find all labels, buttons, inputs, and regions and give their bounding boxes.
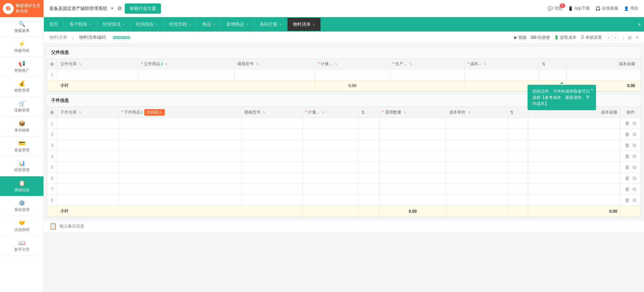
user-item[interactable]: 👤 用友 [624,5,639,11]
parent-row-1-cost[interactable] [465,69,539,80]
tab-profit[interactable]: 利润报告 × [131,18,164,31]
close-bom-tab-icon[interactable]: × [313,23,315,26]
child-row-3-warehouse[interactable] [58,140,119,151]
copy-row-4-icon[interactable]: ⧉ [633,153,636,159]
child-row-2-spec[interactable] [241,129,302,140]
sidebar-item-guide[interactable]: 📖 新手引导 [0,236,44,256]
gear-icon[interactable]: ⚙ [117,5,122,12]
child-row-1-spec[interactable] [241,118,302,129]
child-row-7-cost-amount[interactable] [528,184,620,195]
child-row-6-spec[interactable] [241,173,302,184]
child-row-4-cost-price[interactable] [446,151,507,162]
child-row-6-goods[interactable] [118,173,241,184]
parent-row-1-warehouse[interactable] [58,69,138,80]
child-row-3-cost-amount[interactable] [528,140,620,151]
child-row-2-unit[interactable] [302,129,359,140]
tab-new-goods[interactable]: 新增商品 × [221,18,254,31]
child-th-settings[interactable]: ⚙ [47,107,58,118]
parent-spec-sort-icon[interactable]: ⇅ [256,62,259,66]
child-row-3-unit[interactable] [302,140,359,151]
copy-row-6-icon[interactable]: ⧉ [633,175,636,181]
view-action[interactable]: ▶ 视频 [514,35,527,40]
copy-row-7-icon[interactable]: ⧉ [633,186,636,192]
child-row-1-unit[interactable] [302,118,359,129]
parent-cost-sort-icon[interactable]: ⇅ [484,62,487,66]
sidebar-item-marketing[interactable]: 📢 营销推广 [0,57,44,77]
sidebar-item-finance[interactable]: 💳 资金管理 [0,137,44,156]
nav-prev-button[interactable]: ‹ [606,34,612,40]
child-row-2-goods[interactable] [118,129,241,140]
child-row-5-spec[interactable] [241,162,302,173]
child-row-8-cost-price[interactable] [446,195,507,206]
parent-row-1-production[interactable] [390,69,465,80]
sidebar-item-search[interactable]: 🔍 搜索菜单 [0,17,44,37]
child-row-4-spec[interactable] [241,151,302,162]
copy-row-8-icon[interactable]: ⧉ [633,197,636,203]
parent-row-1-unit[interactable] [315,69,390,80]
tab-customer[interactable]: 客户联络 × [64,18,97,31]
child-row-4-goods[interactable] [118,151,241,162]
delete-row-7-icon[interactable]: 🗑 [625,186,630,192]
list-view-icon[interactable]: ≡ [636,35,639,40]
expand-icon[interactable]: ▼ [110,6,114,11]
child-row-4-quantity[interactable] [379,151,446,162]
child-row-3-goods[interactable] [118,140,241,151]
child-row-5-unit[interactable] [302,162,359,173]
child-row-8-unit[interactable] [302,195,359,206]
child-goods-info-icon[interactable]: ℹ [141,110,143,114]
child-row-8-goods[interactable] [118,195,241,206]
close-all-tabs[interactable]: ✕ [635,19,644,31]
parent-row-1-spec[interactable] [234,69,315,80]
child-row-3-quantity[interactable] [379,140,446,151]
child-th-extra2[interactable]: ⇅ [507,107,528,118]
copy-row-5-icon[interactable]: ⧉ [633,164,636,170]
child-unit-sort-icon[interactable]: ⇅ [322,110,324,114]
child-row-8-cost-amount[interactable] [528,195,620,206]
sidebar-item-collab[interactable]: 🤝 企业协同 [0,216,44,236]
child-row-7-cost-price[interactable] [446,184,507,195]
child-row-1-warehouse[interactable] [58,118,119,129]
child-row-1-cost-price[interactable] [446,118,507,129]
child-row-2-warehouse[interactable] [58,129,119,140]
child-row-7-unit[interactable] [302,184,359,195]
parent-goods-info-icon[interactable]: ℹ [161,62,163,66]
parent-row-1-cost-amount[interactable] [567,69,641,80]
close-barcode-tab-icon[interactable]: × [280,23,282,26]
child-row-6-cost-price[interactable] [446,173,507,184]
delete-row-3-icon[interactable]: 🗑 [625,142,630,148]
tab-ops-history[interactable]: 经营历程 × [164,18,197,31]
child-row-8-warehouse[interactable] [58,195,119,206]
child-row-7-quantity[interactable] [379,184,446,195]
child-spec-sort-icon[interactable]: ⇅ [263,110,265,114]
child-row-2-cost-amount[interactable] [528,129,620,140]
child-row-2-quantity[interactable] [379,129,446,140]
close-ops-history-tab-icon[interactable]: × [189,23,191,26]
parent-production-sort-icon[interactable]: ⇅ [409,62,412,66]
child-row-8-spec[interactable] [241,195,302,206]
tooltip-close-btn[interactable]: × [591,87,593,93]
tab-ops-status[interactable]: 经营情况 × [97,18,131,31]
tab-barcode[interactable]: 条码方案 × [254,18,287,31]
delete-row-6-icon[interactable]: 🗑 [625,175,630,181]
sidebar-item-sales[interactable]: 💰 销售管理 [0,77,44,97]
sidebar-item-ops[interactable]: 📊 经营管理 [0,156,44,176]
child-row-7-goods[interactable] [118,184,241,195]
child-row-5-goods[interactable] [118,162,241,173]
copy-row-2-icon[interactable]: ⧉ [633,131,636,137]
parent-unit-sort-icon[interactable]: ⇅ [335,62,337,66]
sidebar-item-inventory[interactable]: 📦 库存核算 [0,117,44,137]
delete-row-1-icon[interactable]: 🗑 [625,120,630,126]
close-customer-tab-icon[interactable]: × [89,23,91,26]
child-row-6-unit[interactable] [302,173,359,184]
shortcut-action[interactable]: ⌨ 快捷键 [531,35,550,40]
child-row-3-cost-price[interactable] [446,140,507,151]
parent-goods-sort-icon[interactable]: ⇅ [165,62,168,66]
trial-button[interactable]: 体验行业方案 [125,3,161,14]
close-new-goods-tab-icon[interactable]: × [246,23,248,26]
parent-th-settings[interactable]: ⚙ [47,59,58,69]
single-setting-action[interactable]: ☰ 单据设置 [581,35,602,40]
parent-row-1-goods[interactable] [138,69,234,80]
child-row-5-cost-amount[interactable] [528,162,620,173]
child-warehouse-sort-icon[interactable]: ⇅ [79,110,82,114]
sidebar-item-system[interactable]: ⚙️ 系统管理 [0,196,44,216]
